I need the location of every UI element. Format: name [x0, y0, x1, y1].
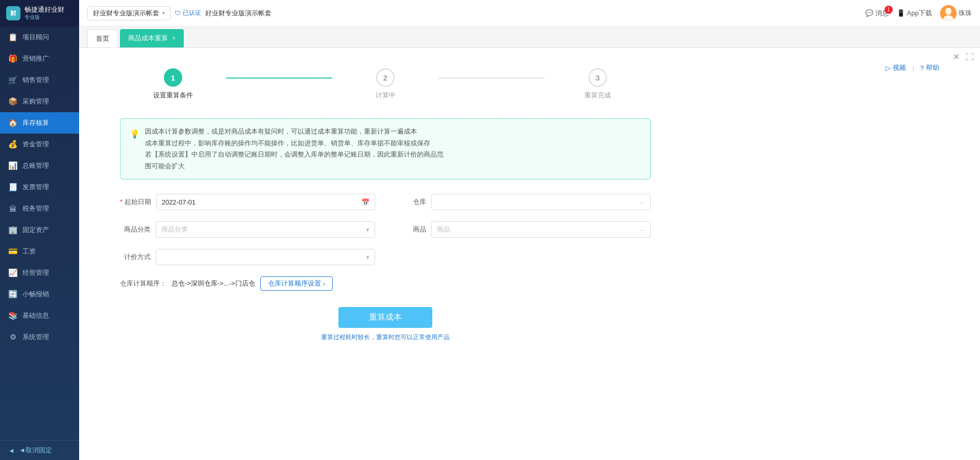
- video-label: 视频: [893, 63, 906, 72]
- close-window-button[interactable]: ✕: [953, 52, 960, 62]
- user-avatar[interactable]: 珠珠: [940, 5, 972, 21]
- play-icon: ▷: [886, 64, 891, 72]
- form-section: 起始日期 2022-07-01 📅 仓库 ···: [120, 194, 651, 291]
- sidebar-label-system: 系统管理: [22, 333, 49, 342]
- accounting-icon: 📊: [8, 161, 17, 170]
- warehouse-select[interactable]: ···: [431, 194, 651, 210]
- start-date-input[interactable]: 2022-07-01 📅: [156, 194, 375, 210]
- sidebar-nav: 📋 项目顾问 🎁 营销推广 🛒 销售管理 📦 采购管理 🏠 库存核算 💰 资金管…: [0, 27, 79, 440]
- tab-home[interactable]: 首页: [87, 29, 118, 47]
- marketing-icon: 🎁: [8, 54, 17, 63]
- message-button[interactable]: 💬 消息 1: [865, 9, 889, 18]
- sidebar-unpin-button[interactable]: ◄ ◄取消固定: [0, 440, 79, 460]
- tab-bar: 首页 商品成本重算 ×: [79, 27, 980, 48]
- page-content: ✕ ⛶ ▷ 视频 | ? 帮助 1 设置重算条件: [79, 48, 980, 460]
- sidebar-item-finance[interactable]: 💰 资金管理: [0, 134, 79, 155]
- svg-point-1: [945, 8, 951, 15]
- shield-icon: 🛡: [175, 10, 181, 17]
- sidebar-item-expense[interactable]: 🔄 小畅报销: [0, 284, 79, 305]
- sidebar-item-tax[interactable]: 🏛 税务管理: [0, 198, 79, 219]
- help-label: 帮助: [926, 63, 939, 72]
- app-logo-icon: 财: [6, 6, 20, 20]
- sidebar-label-invoice: 发票管理: [22, 183, 49, 192]
- verified-text: 已认证: [183, 9, 201, 17]
- sidebar-label-ops: 经营管理: [22, 268, 49, 277]
- help-link[interactable]: ? 帮助: [920, 63, 939, 72]
- payroll-icon: 💳: [8, 247, 17, 256]
- topbar-right: 💬 消息 1 📱 App下载 珠珠: [865, 5, 972, 21]
- pricing-select[interactable]: ▾: [156, 249, 375, 265]
- tax-icon: 🏛: [8, 205, 17, 213]
- sidebar-item-purchase[interactable]: 📦 采购管理: [0, 91, 79, 112]
- tab-recalc-label: 商品成本重算: [128, 34, 168, 43]
- sales-icon: 🛒: [8, 75, 17, 85]
- step-2: 2 计算中: [332, 68, 438, 100]
- step-1-label: 设置重算条件: [153, 91, 193, 100]
- product-more-icon: ···: [640, 226, 645, 234]
- sidebar-label-basic: 基础信息: [22, 311, 49, 320]
- recalc-section: 重算成本 重算过程耗时较长，重算时您可以正常使用产品: [120, 307, 651, 342]
- start-date-label: 起始日期: [120, 197, 151, 207]
- help-links: ▷ 视频 | ? 帮助: [886, 63, 939, 72]
- sidebar-item-payroll[interactable]: 💳 工资: [0, 241, 79, 262]
- sidebar: 财 畅捷通好业财 专业版 📋 项目顾问 🎁 营销推广 🛒 销售管理 📦 采购管理…: [0, 0, 79, 460]
- sidebar-item-inventory[interactable]: 🏠 库存核算: [0, 112, 79, 134]
- sidebar-item-assets[interactable]: 🏢 固定资产: [0, 219, 79, 241]
- chevron-right-icon: ›: [323, 280, 325, 288]
- account-selector[interactable]: 好业财专业版演示帐套 ▾: [87, 6, 170, 20]
- sidebar-logo: 财 畅捷通好业财 专业版: [0, 0, 79, 27]
- unpin-icon: ◄: [8, 447, 15, 454]
- expand-window-button[interactable]: ⛶: [966, 53, 974, 62]
- category-placeholder: 商品分类: [161, 225, 188, 234]
- step-2-label: 计算中: [376, 91, 396, 100]
- assets-icon: 🏢: [8, 225, 17, 235]
- invoice-icon: 🧾: [8, 183, 17, 192]
- recalc-hint: 重算过程耗时较长，重算时您可以正常使用产品: [120, 333, 651, 342]
- sidebar-label-expense: 小畅报销: [22, 290, 49, 299]
- sidebar-label-sales: 销售管理: [22, 75, 49, 85]
- video-link[interactable]: ▷ 视频: [886, 63, 906, 72]
- info-line-3: 若【系统设置】中启用了自动调整记账日期时，会调整入库单的整单记账日期，因此重新计…: [145, 149, 444, 161]
- steps-section: 1 设置重算条件 2 计算中 3 重算完成: [120, 63, 651, 100]
- step-3-label: 重算完成: [584, 91, 611, 100]
- sidebar-item-sales[interactable]: 🛒 销售管理: [0, 69, 79, 91]
- sidebar-label-accounting: 总账管理: [22, 161, 49, 170]
- warehouse-order-settings-button[interactable]: 仓库计算顺序设置 ›: [260, 276, 333, 291]
- step-3-circle: 3: [589, 68, 607, 87]
- app-download-button[interactable]: 📱 App下载: [897, 9, 932, 18]
- product-label: 商品: [396, 225, 426, 234]
- topbar: 好业财专业版演示帐套 ▾ 🛡 已认证 好业财专业版演示帐套 💬 消息 1 📱 A…: [79, 0, 980, 27]
- tab-close-icon[interactable]: ×: [172, 35, 176, 42]
- product-select[interactable]: 商品 ···: [431, 221, 651, 238]
- avatar-image: [940, 5, 957, 21]
- sidebar-item-ops[interactable]: 📈 经营管理: [0, 262, 79, 284]
- verified-badge: 🛡 已认证: [175, 9, 201, 17]
- warehouse-order-value: 总仓->深圳仓库->...->门店仓: [172, 279, 255, 288]
- form-group-pricing: 计价方式 ▾: [120, 249, 375, 265]
- chevron-down-icon: ▾: [162, 10, 165, 16]
- pricing-label: 计价方式: [120, 252, 151, 262]
- app-logo-text: 畅捷通好业财 专业版: [24, 6, 64, 21]
- tab-recalc[interactable]: 商品成本重算 ×: [120, 29, 184, 47]
- sidebar-item-project[interactable]: 📋 项目顾问: [0, 27, 79, 48]
- sidebar-item-system[interactable]: ⚙ 系统管理: [0, 326, 79, 348]
- inner-content: ▷ 视频 | ? 帮助 1 设置重算条件: [79, 48, 692, 362]
- info-box: 💡 因成本计算参数调整，或是对商品成本有疑问时，可以通过成本重算功能，重新计算一…: [120, 118, 651, 180]
- form-group-start-date: 起始日期 2022-07-01 📅: [120, 194, 375, 210]
- step-1: 1 设置重算条件: [120, 68, 226, 100]
- step-connector-1: [226, 78, 332, 79]
- form-group-product: 商品 商品 ···: [396, 221, 651, 238]
- sidebar-item-marketing[interactable]: 🎁 营销推广: [0, 48, 79, 69]
- sidebar-label-purchase: 采购管理: [22, 97, 49, 106]
- sidebar-item-basic[interactable]: 📚 基础信息: [0, 305, 79, 326]
- sidebar-item-invoice[interactable]: 🧾 发票管理: [0, 176, 79, 198]
- sidebar-item-accounting[interactable]: 📊 总账管理: [0, 155, 79, 176]
- category-label: 商品分类: [120, 225, 151, 234]
- category-select[interactable]: 商品分类 ▾: [156, 221, 375, 238]
- message-icon: 💬: [865, 9, 873, 17]
- sidebar-label-assets: 固定资产: [22, 225, 49, 235]
- sidebar-label-inventory: 库存核算: [22, 118, 49, 127]
- calendar-icon[interactable]: 📅: [361, 198, 370, 206]
- window-controls: ✕ ⛶: [947, 48, 980, 66]
- recalc-button[interactable]: 重算成本: [338, 307, 432, 328]
